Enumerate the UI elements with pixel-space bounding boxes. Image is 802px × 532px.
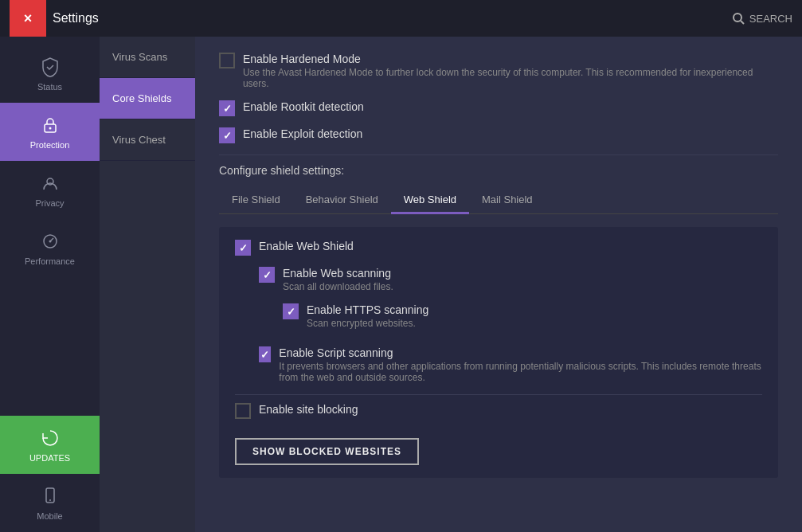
exploit-detection-row: ✓ Enable Exploit detection <box>219 127 778 143</box>
rootkit-detection-label: Enable Rootkit detection <box>243 100 364 113</box>
checkmark-icon: ✓ <box>223 103 232 115</box>
configure-shield-label: Configure shield settings: <box>219 164 344 177</box>
svg-point-8 <box>49 499 51 501</box>
lock-icon <box>39 114 61 136</box>
checkmark-icon: ✓ <box>260 349 269 361</box>
tab-behavior-shield[interactable]: Behavior Shield <box>293 187 391 214</box>
content-area: Enable Hardened Mode Use the Avast Harde… <box>195 37 802 532</box>
exploit-detection-label-block: Enable Exploit detection <box>243 127 362 140</box>
script-scanning-label-block: Enable Script scanning It prevents brows… <box>279 346 762 383</box>
enable-site-blocking-label: Enable site blocking <box>259 403 358 416</box>
nav-virus-chest[interactable]: Virus Chest <box>100 119 195 161</box>
hardened-mode-row: Enable Hardened Mode Use the Avast Harde… <box>219 53 778 89</box>
enable-script-scanning-row: ✓ Enable Script scanning It prevents bro… <box>259 346 762 383</box>
enable-https-scanning-checkbox[interactable]: ✓ <box>283 303 299 319</box>
mobile-icon <box>39 485 61 507</box>
rootkit-detection-label-block: Enable Rootkit detection <box>243 100 364 113</box>
topbar: × Settings SEARCH <box>0 0 802 37</box>
sidebar-item-updates-label: UPDATES <box>29 453 70 463</box>
enable-site-blocking-checkbox[interactable] <box>235 403 251 419</box>
sidebar-bottom: UPDATES Mobile <box>0 416 100 532</box>
tab-mail-shield[interactable]: Mail Shield <box>469 187 546 214</box>
sidebar-item-performance-label: Performance <box>25 256 75 266</box>
web-scanning-label-block: Enable Web scanning Scan all downloaded … <box>283 267 393 292</box>
hardened-mode-label: Enable Hardened Mode <box>243 53 778 65</box>
main-layout: Status Protection Privacy <box>0 37 802 532</box>
svg-point-3 <box>49 127 51 130</box>
sidebar-item-status-label: Status <box>37 82 62 92</box>
shield-tabs: File Shield Behavior Shield Web Shield M… <box>219 187 778 214</box>
search-label: SEARCH <box>749 13 792 25</box>
checkmark-icon: ✓ <box>263 269 272 281</box>
tab-file-shield[interactable]: File Shield <box>219 187 293 214</box>
exploit-detection-label: Enable Exploit detection <box>243 127 362 140</box>
sidebar-item-privacy-label: Privacy <box>35 198 64 208</box>
sidebar-item-protection-label: Protection <box>30 140 70 150</box>
configure-label: Configure shield settings: <box>219 163 778 178</box>
enable-web-shield-checkbox[interactable]: ✓ <box>235 240 251 256</box>
sidebar-item-mobile-label: Mobile <box>37 511 62 521</box>
hardened-mode-checkbox[interactable] <box>219 53 235 68</box>
hardened-mode-label-block: Enable Hardened Mode Use the Avast Harde… <box>243 53 778 89</box>
shield-icon <box>39 56 61 78</box>
spacer <box>235 340 762 346</box>
gauge-icon <box>39 230 61 252</box>
sidebar-item-privacy[interactable]: Privacy <box>0 161 100 219</box>
enable-web-shield-label: Enable Web Shield <box>259 240 354 252</box>
checkmark-icon: ✓ <box>239 242 248 254</box>
close-button[interactable]: × <box>10 0 46 37</box>
sidebar-item-mobile[interactable]: Mobile <box>0 474 100 532</box>
nav-sidebar: Virus Scans Core Shields Virus Chest <box>100 37 195 532</box>
nav-virus-scans[interactable]: Virus Scans <box>100 37 195 78</box>
update-icon <box>39 427 61 449</box>
enable-web-scanning-row: ✓ Enable Web scanning Scan all downloade… <box>259 267 762 292</box>
exploit-detection-checkbox[interactable]: ✓ <box>219 127 235 143</box>
icon-sidebar: Status Protection Privacy <box>0 37 100 532</box>
sidebar-item-status[interactable]: Status <box>0 45 100 103</box>
web-scanning-desc: Scan all downloaded files. <box>283 281 393 292</box>
divider-2 <box>235 394 762 395</box>
enable-site-blocking-row: Enable site blocking <box>235 403 762 419</box>
rootkit-detection-checkbox[interactable]: ✓ <box>219 100 235 116</box>
sidebar-item-updates[interactable]: UPDATES <box>0 416 100 474</box>
divider <box>219 155 778 155</box>
nav-core-shields[interactable]: Core Shields <box>100 78 195 119</box>
enable-script-scanning-checkbox[interactable]: ✓ <box>259 346 271 362</box>
show-blocked-websites-button[interactable]: SHOW BLOCKED WEBSITES <box>235 438 419 465</box>
enable-https-scanning-row: ✓ Enable HTTPS scanning Scan encrypted w… <box>283 303 762 329</box>
web-shield-content: ✓ Enable Web Shield ✓ Enable Web scannin… <box>219 227 778 478</box>
checkmark-icon: ✓ <box>287 306 295 318</box>
enable-web-shield-row: ✓ Enable Web Shield <box>235 240 762 256</box>
privacy-icon <box>39 172 61 194</box>
enable-script-scanning-label: Enable Script scanning <box>279 346 762 359</box>
close-icon: × <box>24 10 33 27</box>
sidebar-item-performance[interactable]: Performance <box>0 219 100 277</box>
enable-web-scanning-label: Enable Web scanning <box>283 267 393 280</box>
settings-title: Settings <box>53 11 99 25</box>
hardened-mode-desc: Use the Avast Hardened Mode to further l… <box>243 67 778 89</box>
show-blocked-btn-wrap: SHOW BLOCKED WEBSITES <box>235 430 762 465</box>
checkmark-icon: ✓ <box>223 130 232 142</box>
enable-web-scanning-checkbox[interactable]: ✓ <box>259 267 275 283</box>
enable-https-scanning-label: Enable HTTPS scanning <box>307 303 428 316</box>
search-area[interactable]: SEARCH <box>732 12 792 25</box>
rootkit-detection-row: ✓ Enable Rootkit detection <box>219 100 778 116</box>
search-icon <box>732 12 745 25</box>
sidebar-item-protection[interactable]: Protection <box>0 103 100 161</box>
svg-point-0 <box>734 14 741 22</box>
svg-point-6 <box>49 241 51 243</box>
https-scanning-desc: Scan encrypted websites. <box>307 318 428 329</box>
script-scanning-desc: It prevents browsers and other applicati… <box>279 361 762 383</box>
https-scanning-label-block: Enable HTTPS scanning Scan encrypted web… <box>307 303 428 329</box>
tab-web-shield[interactable]: Web Shield <box>391 187 469 214</box>
svg-line-1 <box>741 21 744 24</box>
